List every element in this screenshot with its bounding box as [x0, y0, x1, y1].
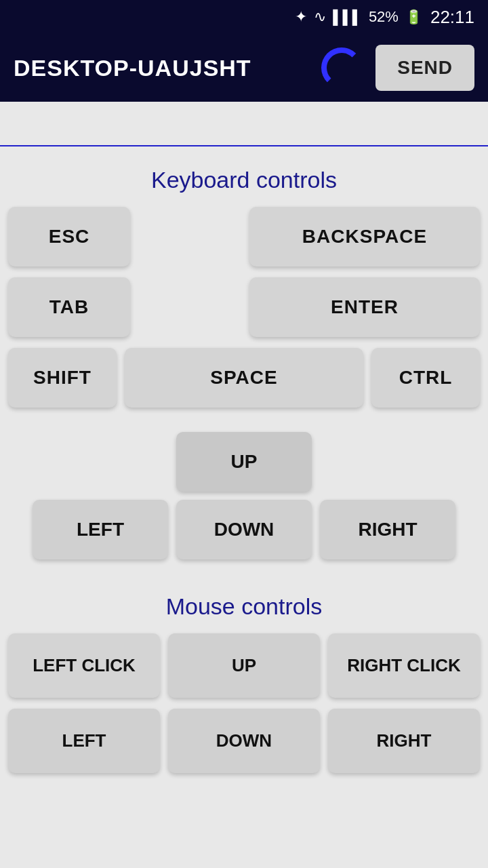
- mouse-row-1: LEFT CLICK UP RIGHT CLICK: [8, 633, 480, 698]
- enter-button[interactable]: ENTER: [249, 277, 480, 337]
- right-arrow-button[interactable]: RIGHT: [320, 500, 455, 559]
- key-row-2: TAB ENTER: [8, 277, 480, 337]
- header-bar: DESKTOP-UAUJSHT SEND: [0, 34, 488, 102]
- signal-icon: ▌▌▌: [333, 9, 362, 25]
- tab-button[interactable]: TAB: [8, 277, 130, 337]
- status-bar: ✦ ∿ ▌▌▌ 52% 🔋 22:11: [0, 0, 488, 34]
- mouse-left-button[interactable]: LEFT: [8, 709, 160, 773]
- text-input[interactable]: [8, 107, 480, 140]
- status-icons: ✦ ∿ ▌▌▌ 52% 🔋: [295, 8, 422, 26]
- battery-icon: 🔋: [405, 9, 422, 25]
- mouse-section: Mouse controls LEFT CLICK UP RIGHT CLICK…: [0, 566, 488, 773]
- arrow-row-main: LEFT DOWN RIGHT: [33, 500, 455, 559]
- space-button[interactable]: SPACE: [125, 348, 363, 408]
- mouse-section-title: Mouse controls: [8, 573, 480, 633]
- loading-spinner: [321, 47, 362, 88]
- mouse-right-button[interactable]: RIGHT: [328, 709, 480, 773]
- arrow-row-up: UP: [176, 432, 312, 492]
- key-row-3: SHIFT SPACE CTRL: [8, 348, 480, 408]
- right-click-button[interactable]: RIGHT CLICK: [328, 633, 480, 698]
- mouse-down-button[interactable]: DOWN: [168, 709, 320, 773]
- down-arrow-button[interactable]: DOWN: [176, 500, 312, 559]
- wifi-icon: ∿: [314, 8, 326, 26]
- shift-button[interactable]: SHIFT: [8, 348, 117, 408]
- ctrl-button[interactable]: CTRL: [371, 348, 480, 408]
- battery-text: 52%: [369, 8, 399, 26]
- bluetooth-icon: ✦: [295, 8, 307, 26]
- text-input-container: [0, 102, 488, 146]
- app-title: DESKTOP-UAUJSHT: [14, 55, 308, 81]
- arrow-section: UP LEFT DOWN RIGHT: [0, 418, 488, 566]
- mouse-row-2: LEFT DOWN RIGHT: [8, 709, 480, 773]
- send-button[interactable]: SEND: [375, 45, 474, 91]
- key-row-1: ESC BACKSPACE: [8, 207, 480, 267]
- esc-button[interactable]: ESC: [8, 207, 130, 267]
- left-arrow-button[interactable]: LEFT: [33, 500, 168, 559]
- left-click-button[interactable]: LEFT CLICK: [8, 633, 160, 698]
- keyboard-section-title: Keyboard controls: [8, 146, 480, 207]
- backspace-button[interactable]: BACKSPACE: [249, 207, 480, 267]
- mouse-up-button[interactable]: UP: [168, 633, 320, 698]
- status-time: 22:11: [430, 7, 474, 28]
- up-arrow-button[interactable]: UP: [176, 432, 312, 492]
- keyboard-section: Keyboard controls ESC BACKSPACE TAB ENTE…: [0, 146, 488, 408]
